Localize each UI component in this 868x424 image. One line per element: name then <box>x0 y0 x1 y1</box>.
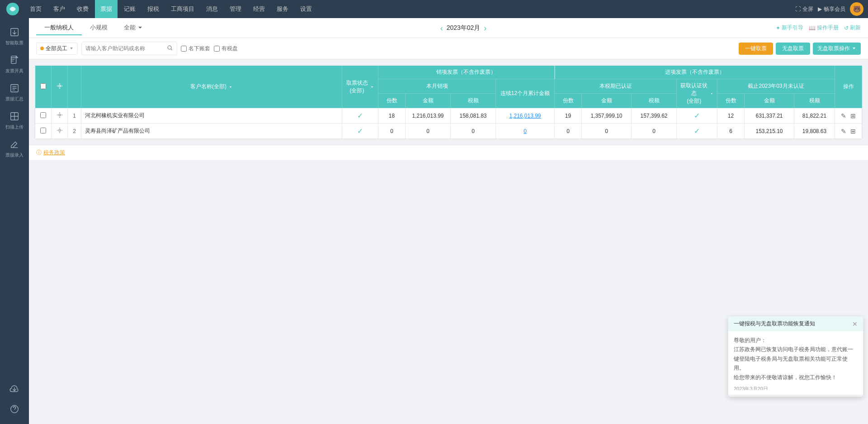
nav-client[interactable]: 客户 <box>48 0 71 18</box>
period-nav: ‹ 2023年02月 › <box>151 24 776 32</box>
cloud-download-icon <box>9 384 19 395</box>
td-sales-12month-2[interactable]: 0 <box>496 124 555 139</box>
td-action-1: ✎ ⊞ <box>835 108 862 124</box>
td-sales-tax-1: 158,081.83 <box>451 108 496 124</box>
svg-point-6 <box>168 46 171 49</box>
td-pur-tax-1: 157,399.62 <box>632 108 677 124</box>
guide-icon: ✦ <box>776 25 780 31</box>
manual-icon: 📖 <box>809 25 816 31</box>
th-client: 客户名称(全部) <box>81 66 342 108</box>
no-disk-ticket-btn[interactable]: 无盘取票 <box>776 43 810 55</box>
td-select-1 <box>35 108 52 124</box>
td-cert-status-1: ✓ <box>677 108 717 124</box>
notif-close-btn[interactable]: ✕ <box>852 320 858 328</box>
svg-point-7 <box>59 85 61 87</box>
prev-period-btn[interactable]: ‹ <box>440 24 443 32</box>
th-num <box>68 66 81 108</box>
sidebar-item-invoice-summary[interactable]: 票据汇总 <box>0 79 29 107</box>
th-sales-12month: 连续12个月累计金额 <box>496 79 555 108</box>
nav-billing[interactable]: 收费 <box>71 0 94 18</box>
td-select-2 <box>35 124 52 139</box>
search-icon[interactable] <box>167 45 173 52</box>
nav-tax[interactable]: 报税 <box>142 0 165 18</box>
nav-invoice[interactable]: 票据 <box>95 0 118 18</box>
has-tax-plate-checkbox[interactable]: 有税盘 <box>214 45 238 52</box>
member-btn[interactable]: ▶ 畅享会员 <box>818 5 845 13</box>
td-pur-count-1: 19 <box>555 108 582 124</box>
search-input[interactable] <box>85 42 167 55</box>
toolbar: 全部员工 名下账套 有税盘 一键取票 无盘取票 无盘取票操作 <box>29 38 868 59</box>
sidebar-help-btn[interactable] <box>0 400 29 419</box>
th-purchase-group: 进项发票（不含作废票） <box>555 66 835 79</box>
avatar[interactable]: 🐻 <box>850 2 863 16</box>
td-sales-amount-1: 1,216,013.99 <box>406 108 451 124</box>
nav-home[interactable]: 首页 <box>24 0 47 18</box>
no-disk-ops-btn[interactable]: 无盘取票操作 <box>813 43 861 55</box>
nav-manage[interactable]: 管理 <box>224 0 247 18</box>
tab-general-taxpayer[interactable]: 一般纳税人 <box>36 21 82 35</box>
nav-service[interactable]: 服务 <box>271 0 294 18</box>
td-unc-tax-1: 81,822.21 <box>794 108 835 124</box>
tab-actions: ✦ 新手引导 📖 操作手册 ↺ 刷新 <box>776 24 861 32</box>
new-guide-btn[interactable]: ✦ 新手引导 <box>776 24 803 32</box>
top-nav: 首页 客户 收费 票据 记账 报税 工商项目 消息 管理 经营 服务 设置 ⛶ … <box>0 0 868 18</box>
refresh-icon: ↺ <box>844 25 849 31</box>
th-pur-tax: 税额 <box>632 94 677 108</box>
th-sales-month-group: 本月销项 <box>378 79 496 94</box>
sidebar-item-smart-ticket[interactable]: 智能取票 <box>0 23 29 51</box>
detail-action-2[interactable]: ⊞ <box>850 128 856 135</box>
tab-small-scale[interactable]: 小规模 <box>82 21 116 35</box>
edit-action-1[interactable]: ✎ <box>841 112 846 119</box>
next-period-btn[interactable]: › <box>484 24 486 32</box>
employee-select[interactable]: 全部员工 <box>36 43 78 55</box>
edit-action-2[interactable]: ✎ <box>841 128 846 135</box>
nav-business[interactable]: 工商项目 <box>165 0 200 18</box>
notif-title: 一键报税与无盘取票功能恢复通知 <box>734 320 815 328</box>
info-icon: ⓘ <box>36 149 42 157</box>
th-unc-tax: 税额 <box>794 94 835 108</box>
select-all-checkbox[interactable] <box>40 83 46 89</box>
tab-all-purpose[interactable]: 全能 <box>116 21 151 35</box>
td-pur-amount-2: 0 <box>582 124 632 139</box>
refresh-btn[interactable]: ↺ 刷新 <box>844 24 861 32</box>
edit-icon <box>9 139 19 150</box>
th-unc-amount: 金额 <box>745 94 794 108</box>
td-unc-count-1: 12 <box>717 108 745 124</box>
logo <box>5 1 21 17</box>
nav-operation[interactable]: 经营 <box>248 0 270 18</box>
sidebar-item-issue-invoice[interactable]: 发票开具 <box>0 51 29 79</box>
notif-scroll[interactable]: 尊敬的用户： 江苏政务网已恢复访问电子税务局功能，意代账一键登陆电子税务局与无盘… <box>734 336 858 390</box>
td-sales-12month-1[interactable]: 1,216,013.99 <box>496 108 555 124</box>
th-sales-tax: 税额 <box>451 94 496 108</box>
one-click-ticket-btn[interactable]: 一键取票 <box>739 43 773 55</box>
nav-accounting[interactable]: 记账 <box>118 0 141 18</box>
sidebar-download-btn[interactable] <box>0 380 29 400</box>
invoice-table: 客户名称(全部) 取票状态 (全部) 销项发票（不含作废票） 进项发票（不含作废… <box>35 65 862 139</box>
employee-dot <box>40 47 44 50</box>
tax-policy-link[interactable]: 税务政策 <box>43 149 65 157</box>
nav-settings[interactable]: 设置 <box>295 0 317 18</box>
file-icon <box>9 55 19 66</box>
toolbar-right: 一键取票 无盘取票 无盘取票操作 <box>739 43 861 55</box>
td-status-1: ✓ <box>342 108 378 124</box>
sidebar-bottom <box>0 380 29 424</box>
td-unc-tax-2: 19,808.63 <box>794 124 835 139</box>
th-cert-status: 获取认证状态 (全部) <box>677 79 717 108</box>
member-icon: ▶ <box>818 6 822 12</box>
svg-point-9 <box>59 129 61 131</box>
scan-icon <box>9 111 19 122</box>
sidebar-item-invoice-entry[interactable]: 票据录入 <box>0 135 29 163</box>
footer: ⓘ 税务政策 <box>29 145 868 160</box>
type-tab-bar: 一般纳税人 小规模 全能 ‹ 2023年02月 › ✦ 新手引导 📖 操作手册 … <box>29 18 868 38</box>
td-sales-count-1: 18 <box>378 108 406 124</box>
sidebar-item-scan-upload[interactable]: 扫描上传 <box>0 107 29 135</box>
td-pur-tax-2: 0 <box>632 124 677 139</box>
manual-btn[interactable]: 📖 操作手册 <box>809 24 839 32</box>
nav-message[interactable]: 消息 <box>201 0 223 18</box>
fullscreen-btn[interactable]: ⛶ 全屏 <box>795 5 813 13</box>
type-tabs: 一般纳税人 小规模 全能 <box>36 21 151 35</box>
svg-point-8 <box>59 114 61 116</box>
detail-action-1[interactable]: ⊞ <box>850 112 856 119</box>
td-sales-amount-2: 0 <box>406 124 451 139</box>
under-account-checkbox[interactable]: 名下账套 <box>181 45 210 52</box>
